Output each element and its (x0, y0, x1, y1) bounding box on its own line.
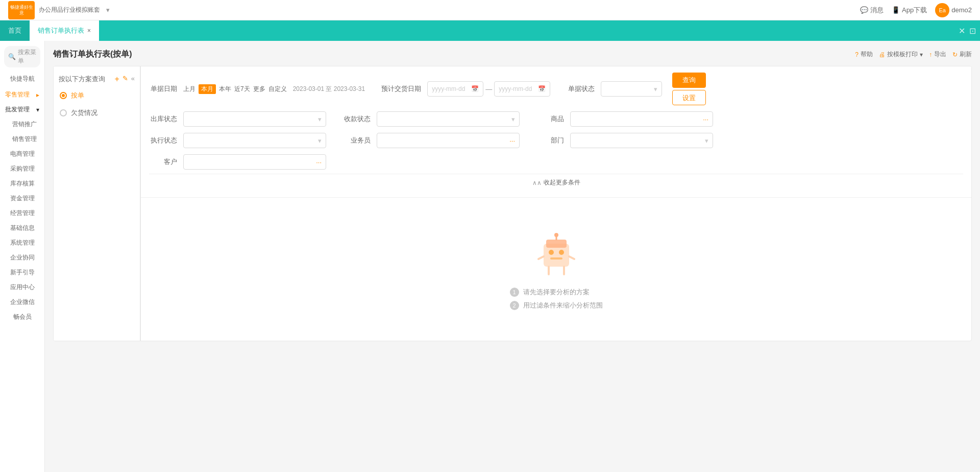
date-shortcut-this-year[interactable]: 本年 (219, 85, 231, 93)
sidebar-item-apps[interactable]: 应用中心 (0, 280, 44, 295)
svg-rect-1 (546, 240, 567, 248)
main-wrapper: 销售订单执行表(按单) ? 帮助 🖨 按模板打印 ▾ ↑ 导出 (45, 41, 980, 472)
tab-sales-order[interactable]: 销售订单执行表 × (30, 20, 99, 41)
date-end-placeholder: yyyy-mm-dd (499, 85, 532, 92)
salesman-select[interactable]: ··· (377, 133, 520, 148)
edit-scheme-icon[interactable]: ✎ (122, 75, 128, 84)
svg-point-2 (549, 250, 554, 255)
sidebar-item-purchase[interactable]: 采购管理 (0, 161, 44, 176)
sidebar-item-inventory[interactable]: 库存核算 (0, 176, 44, 191)
order-status-label: 单据状态 (567, 84, 595, 93)
out-status-select[interactable]: ▾ (183, 111, 326, 127)
sidebar-item-operations[interactable]: 经营管理 (0, 206, 44, 221)
empty-tip-1: 1 请先选择要分析的方案 (510, 288, 603, 297)
scheme-by-debt[interactable]: 欠货情况 (54, 104, 140, 122)
date-shortcut-more[interactable]: 更多 (253, 85, 265, 93)
collapse-chevron-icon: ∧∧ (532, 179, 542, 186)
sidebar-item-finance[interactable]: 资金管理 (0, 191, 44, 206)
svg-rect-4 (550, 257, 562, 259)
user-profile[interactable]: Ea demo2 (935, 3, 972, 17)
exec-status-select[interactable]: ▾ (183, 133, 326, 148)
navtabs-right: ✕ ⊡ (954, 20, 980, 41)
close-window-icon[interactable]: ✕ (959, 26, 965, 36)
collapse-label: 收起更多条件 (544, 178, 580, 187)
date-shortcut-last-month[interactable]: 上月 (183, 85, 195, 93)
sidebar-item-enterprise[interactable]: 企业协同 (0, 250, 44, 265)
refresh-btn[interactable]: ↻ 刷新 (952, 50, 972, 59)
help-btn[interactable]: ? 帮助 (855, 50, 873, 59)
svg-line-7 (538, 256, 544, 259)
empty-state: 1 请先选择要分析的方案 2 用过滤条件来缩小分析范围 (141, 198, 971, 341)
sidebar-item-sales[interactable]: 销售管理 (0, 132, 44, 147)
empty-tip-2: 2 用过滤条件来缩小分析范围 (510, 301, 603, 310)
print-icon: 🖨 (879, 51, 885, 58)
empty-tips: 1 请先选择要分析的方案 2 用过滤条件来缩小分析范围 (510, 288, 603, 310)
sidebar-item-wecom[interactable]: 企业微信 (0, 295, 44, 310)
sidebar-item-system[interactable]: 系统管理 (0, 235, 44, 250)
download-icon: 📱 (892, 6, 900, 14)
salesman-label: 业务员 (342, 136, 371, 145)
order-status-select[interactable]: ▾ (601, 81, 662, 97)
home-tab-label: 首页 (8, 26, 21, 35)
exec-status-caret: ▾ (318, 137, 322, 145)
sidebar-item-marketing[interactable]: 营销推广 (0, 117, 44, 132)
svg-point-3 (559, 250, 564, 255)
print-btn[interactable]: 🖨 按模板打印 ▾ (879, 50, 923, 59)
sidebar-search-area[interactable]: 🔍 搜索菜单 (0, 41, 44, 70)
goods-select[interactable]: ··· (570, 111, 713, 127)
tip-num-1: 1 (510, 288, 519, 297)
refresh-icon: ↻ (952, 51, 958, 58)
customer-select[interactable]: ··· (183, 154, 326, 170)
refresh-label: 刷新 (960, 50, 972, 59)
settings-button[interactable]: 设置 (672, 90, 706, 105)
date-range-separator: — (485, 85, 492, 93)
dept-select[interactable]: ▾ (570, 133, 713, 148)
date-shortcut-this-month[interactable]: 本月 (199, 84, 216, 94)
query-button[interactable]: 查询 (672, 73, 706, 88)
sidebar-item-member[interactable]: 畅会员 (0, 310, 44, 324)
maximize-window-icon[interactable]: ⊡ (969, 26, 976, 36)
message-icon: 💬 (860, 6, 868, 14)
page-actions: ? 帮助 🖨 按模板打印 ▾ ↑ 导出 ↻ 刷新 (855, 50, 972, 59)
expected-date-start[interactable]: yyyy-mm-dd 📅 (427, 81, 483, 97)
collapse-more-btn[interactable]: ∧∧ 收起更多条件 (149, 174, 963, 191)
expected-date-end[interactable]: yyyy-mm-dd 📅 (494, 81, 550, 97)
goods-label: 商品 (536, 114, 564, 124)
goods-dots: ··· (703, 115, 708, 123)
sidebar-item-retail[interactable]: 零售管理 ▸ (0, 87, 44, 102)
sidebar-item-ecommerce[interactable]: 电商管理 (0, 147, 44, 161)
tip-text-1: 请先选择要分析的方案 (523, 288, 590, 297)
sidebar-item-newbie[interactable]: 新手引导 (0, 265, 44, 280)
close-tab-icon[interactable]: × (87, 27, 91, 34)
customer-dots: ··· (316, 158, 322, 166)
calendar-end-icon: 📅 (538, 85, 546, 92)
add-scheme-icon[interactable]: + (114, 75, 119, 84)
search-placeholder: 搜索菜单 (18, 48, 36, 65)
collapse-sidebar-icon[interactable]: « (131, 75, 135, 84)
svg-point-6 (554, 233, 558, 237)
date-range-display: 2023-03-01 至 2023-03-31 (293, 85, 365, 93)
app-title-arrow-icon[interactable]: ▾ (106, 6, 110, 14)
app-download-btn[interactable]: 📱 App下载 (892, 6, 927, 15)
search-box[interactable]: 🔍 搜索菜单 (4, 46, 40, 67)
message-btn[interactable]: 💬 消息 (860, 6, 884, 15)
app-download-label: App下载 (902, 6, 927, 15)
export-btn[interactable]: ↑ 导出 (929, 50, 946, 59)
scheme-by-order[interactable]: 按单 (54, 87, 140, 104)
logo-text: 畅捷通好生意 (8, 5, 35, 16)
sidebar-item-wholesale[interactable]: 批发管理 ▾ (0, 102, 44, 117)
sidebar: 🔍 搜索菜单 快捷导航 零售管理 ▸ 批发管理 ▾ 营销推广 销售管理 电商管理… (0, 41, 45, 472)
date-shortcut-7days[interactable]: 近7天 (234, 85, 250, 93)
collect-status-select[interactable]: ▾ (377, 111, 520, 127)
main-content: 销售订单执行表(按单) ? 帮助 🖨 按模板打印 ▾ ↑ 导出 (45, 41, 980, 472)
tab-home[interactable]: 首页 (0, 20, 30, 41)
customer-label: 客户 (149, 157, 177, 167)
date-shortcut-custom[interactable]: 自定义 (268, 85, 287, 93)
collect-status-caret: ▾ (511, 115, 515, 123)
sidebar-item-basic[interactable]: 基础信息 (0, 221, 44, 235)
help-icon: ? (855, 51, 859, 58)
sidebar-item-quick-nav[interactable]: 快捷导航 (0, 70, 44, 87)
app-title: 办公用品行业模拟账套 (39, 6, 100, 14)
filter-sidebar: 按以下方案查询 + ✎ « 按单 欠货情况 (54, 66, 140, 341)
dept-caret: ▾ (705, 137, 708, 145)
